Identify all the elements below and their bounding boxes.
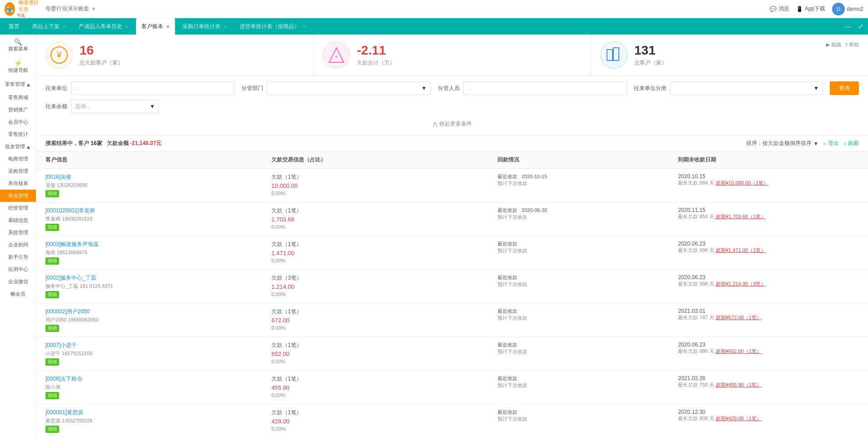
overdue-link-6[interactable]: 超期¥652.00（1笔） xyxy=(716,348,762,354)
tab-home[interactable]: 首页 xyxy=(3,20,25,33)
sidebar-item-finance[interactable]: 资金管理 xyxy=(0,190,36,202)
sidebar-item-batch-mgmt[interactable]: 批发管理▲ xyxy=(0,141,36,153)
tab-purchase-close[interactable]: ✕ xyxy=(223,24,227,29)
tab-maximize-btn[interactable]: ⤢ xyxy=(856,22,866,31)
customer-cell-6: [0007]小进干 小进干 18279152100 现销 xyxy=(45,342,271,366)
customer-link-7[interactable]: [0006]去下粮仓 xyxy=(45,376,82,382)
customer-link-6[interactable]: [0007]小进干 xyxy=(45,342,77,348)
sidebar-item-vip[interactable]: 畅会员 xyxy=(0,288,36,300)
customer-tag-7: 现销 xyxy=(45,392,59,399)
sidebar-item-retail-mgmt[interactable]: 零售管理▲ xyxy=(0,77,36,91)
due-cell-3: 2020.06.23 最长欠款 998 天 超期¥1,471.00（1笔） xyxy=(678,241,859,254)
sidebar-item-wechat[interactable]: 企业微信 xyxy=(0,276,36,288)
app-download-btn[interactable]: 📱 App下载 xyxy=(796,5,825,13)
customer-link-4[interactable]: [0002]服务中心_丁磊 xyxy=(45,275,96,281)
sort-selector[interactable]: 排序：按欠款金额倒序排序 ▼ xyxy=(746,140,819,147)
user-menu[interactable]: D demo2 xyxy=(832,3,863,15)
overdue-link-7[interactable]: 超期¥455.90（1笔） xyxy=(716,382,762,387)
customer-tag-5: 现销 xyxy=(45,325,59,332)
sidebar-item-operations[interactable]: 经营管理 xyxy=(0,202,36,214)
recovery-cell-2: 最近收款 2020-06-30 预计下次收款 xyxy=(497,207,678,221)
due-date-5: 2021.03.01 xyxy=(678,308,859,314)
industry-selector[interactable]: 母婴行业演示账套 ▼ xyxy=(45,5,96,13)
overdue-link-5[interactable]: 超期¥672.00（1笔） xyxy=(716,315,762,320)
tab-inventory[interactable]: 进货单统计表（按商品） ✕ xyxy=(234,20,311,33)
from-unit-input[interactable]: ... xyxy=(71,81,235,95)
sidebar-item-ecommerce[interactable]: 电商管理 xyxy=(0,153,36,165)
recovery-next-7: 预计下次收款 xyxy=(497,382,678,389)
dept-arrow-icon: ▼ xyxy=(421,85,427,91)
sidebar-item-quick-nav[interactable]: ⚡ 快捷导航 xyxy=(0,56,36,77)
overdue-link-2[interactable]: 超期¥1,703.68（1笔） xyxy=(716,214,766,219)
sidebar-item-retail-stat[interactable]: 零售统计 xyxy=(0,128,36,141)
industry-arrow: ▼ xyxy=(91,6,96,12)
sidebar-item-basic-info[interactable]: 基础信息 xyxy=(0,214,36,226)
customer-link-1[interactable]: [0016]吴俊 xyxy=(45,174,71,180)
collapse-label: 收起更多条件 xyxy=(439,120,472,128)
due-date-7: 2021.02.26 xyxy=(678,375,859,382)
col-header-due: 到期未收款日期 xyxy=(678,156,859,164)
sidebar-item-purchase[interactable]: 采购管理 xyxy=(0,165,36,177)
recovery-next-8: 预计下次收款 xyxy=(497,416,678,422)
help-btn[interactable]: ? 帮助 xyxy=(845,41,859,48)
tab-customer-close[interactable]: ✕ xyxy=(166,24,170,29)
video-help-btn[interactable]: ▶ 视频 xyxy=(826,41,841,48)
message-btn[interactable]: 💬 消息 xyxy=(770,5,789,13)
sidebar-item-system[interactable]: 系统管理 xyxy=(0,226,36,239)
sidebar-item-search[interactable]: 🔍 搜索菜单 xyxy=(0,35,36,56)
unit-category-select[interactable]: ▼ xyxy=(670,81,823,95)
sidebar-item-retail-mall[interactable]: 零售商城 xyxy=(0,91,36,104)
recovery-cell-8: 最近收款 预计下次收款 xyxy=(497,409,678,422)
due-cell-8: 2020.12.30 最长欠款 808 天 超期¥429.00（1笔） xyxy=(678,409,859,422)
sidebar-item-marketing[interactable]: 营销推广 xyxy=(0,104,36,116)
sidebar-item-warehouse[interactable]: 库存核算 xyxy=(0,177,36,190)
customer-link-8[interactable]: [000001]黄思源 xyxy=(45,409,83,416)
results-prefix: 搜索结果中，客户 xyxy=(45,140,89,146)
filter-unit-category: 往来单位分类 ▼ xyxy=(634,81,823,95)
tab-purchase[interactable]: 采购订单统计表 ✕ xyxy=(177,20,232,33)
manager-input[interactable]: ... xyxy=(463,81,627,95)
debt-amount-6: 652.00 xyxy=(271,351,497,357)
due-date-4: 2020.06.23 xyxy=(678,274,859,281)
department-select[interactable]: ▼ xyxy=(267,81,431,95)
overdue-link-8[interactable]: 超期¥429.00（1笔） xyxy=(716,416,762,421)
customer-link-3[interactable]: [0003]畅捷服务尹海蕊 xyxy=(45,241,99,247)
table-row: [000002]用户2050 用户2050 18665062050 现销 欠款（… xyxy=(36,303,868,337)
overdue-link-1[interactable]: 超期¥10,000.00（1笔） xyxy=(716,180,768,186)
export-icon: ○ xyxy=(823,141,827,147)
search-button[interactable]: 查询 xyxy=(830,81,859,95)
recovery-next-5: 预计下次收款 xyxy=(497,315,678,321)
tab-minimize-btn[interactable]: — xyxy=(843,22,853,31)
table-container: 客户信息 欠款交易信息（占比） 回款情况 到期未收款日期 [0016]吴俊 吴俊… xyxy=(36,151,868,437)
tab-products-close[interactable]: ✕ xyxy=(62,24,66,29)
tab-production-close[interactable]: ✕ xyxy=(125,24,129,29)
export-btn[interactable]: ○ 导出 xyxy=(823,140,839,147)
sidebar-item-app-center[interactable]: 应用中心 xyxy=(0,263,36,276)
debt-amount-7: 455.90 xyxy=(271,384,497,391)
export-label: 导出 xyxy=(828,140,839,147)
table-row: [0006]去下粮仓 陈小弟 现销 欠款（1笔） 455.90 0.00% 最近… xyxy=(36,371,868,404)
col-header-recovery: 回款情况 xyxy=(497,156,678,164)
brand-name: 畅捷通好生意 xyxy=(19,0,41,13)
overdue-link-4[interactable]: 超期¥1,214.00（3笔） xyxy=(716,281,766,286)
debt-cell-8: 欠款（1笔） 429.00 0.00% xyxy=(271,409,497,432)
tab-inventory-close[interactable]: ✕ xyxy=(302,24,306,29)
due-date-8: 2020.12.30 xyxy=(678,409,859,415)
customer-link-5[interactable]: [000002]用户2050 xyxy=(45,308,90,315)
customer-link-2[interactable]: [0001020001]李老师 xyxy=(45,207,95,214)
filter-row-1: 往来单位 ... 分管部门 ▼ 分管人员 ... xyxy=(45,81,859,95)
recovery-cell-5: 最近收款 预计下次收款 xyxy=(497,308,678,321)
tab-products[interactable]: 商品上下架 ✕ xyxy=(27,20,71,33)
recovery-info-3: 最近收款 预计下次收款 xyxy=(497,241,678,254)
refresh-btn[interactable]: ○ 刷新 xyxy=(843,140,859,147)
customer-tag-1: 现销 xyxy=(45,190,59,197)
sidebar-item-guide[interactable]: 新手引导 xyxy=(0,251,36,263)
customer-cell-2: [0001020001]李老师 李老师 18600391516 现销 xyxy=(45,207,271,231)
balance-select[interactable]: 选择... ▼ xyxy=(71,100,159,113)
overdue-link-3[interactable]: 超期¥1,471.00（1笔） xyxy=(716,247,766,253)
tab-production[interactable]: 产成品入库单历史 ✕ xyxy=(73,20,134,33)
tab-customer[interactable]: 客户账本 ✕ xyxy=(136,18,175,35)
sidebar-item-enterprise[interactable]: 企业协同 xyxy=(0,239,36,251)
sidebar-item-member[interactable]: 会员中心 xyxy=(0,116,36,128)
collapse-more-btn[interactable]: ⋀ 收起更多条件 xyxy=(45,118,859,130)
